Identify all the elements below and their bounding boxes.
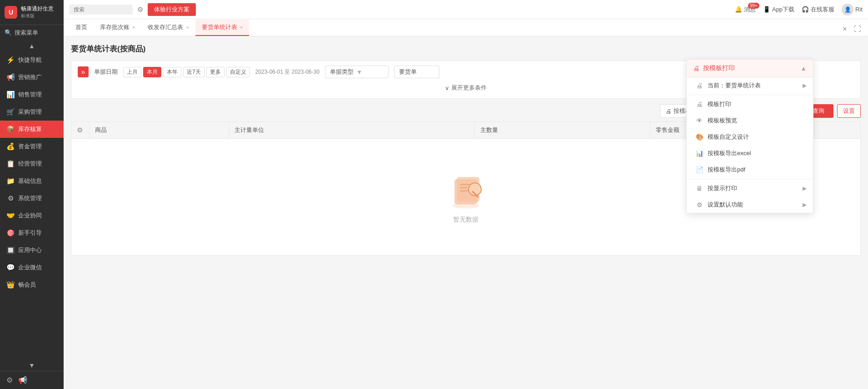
headset-icon: 🎧	[802, 6, 809, 13]
sidebar-item-sales[interactable]: 📊 销售管理	[0, 86, 64, 103]
sidebar-footer: ⚙ 📢	[0, 371, 64, 389]
date-presets: 上月 本月 本年 近7天 更多 自定义	[123, 67, 250, 77]
print-dropdown-close[interactable]: ▲	[800, 65, 807, 72]
topbar: ⚙ 体验行业方案 🔔 消息 99+ 📱 App下载 🎧 在线客服 👤 Rit	[64, 0, 868, 19]
svg-rect-6	[460, 187, 467, 188]
purchase-icon: 🛒	[6, 108, 15, 116]
settings-icon[interactable]: ⚙	[6, 376, 13, 384]
template-preview-item[interactable]: 👁 模板板预览	[687, 112, 813, 129]
tab-close-all-button[interactable]: ×	[840, 24, 850, 34]
search-icon: 🔍	[5, 29, 12, 36]
sidebar-item-purchase[interactable]: 🛒 采购管理	[0, 103, 64, 121]
template-print-item[interactable]: 🖨 模板打印	[687, 96, 813, 112]
avatar: 👤	[842, 4, 853, 15]
sidebar-item-basic[interactable]: 📁 基础信息	[0, 172, 64, 190]
page-content: 要货单统计表(按商品) » 单据日期 上月 本月 本年 近7天 更多 自定义 2…	[64, 36, 868, 389]
topbar-gear-icon[interactable]: ⚙	[137, 5, 143, 14]
date-btn-this-month[interactable]: 本月	[143, 67, 161, 77]
display-print-item[interactable]: 🖥 按显示打印 ▶	[687, 180, 813, 197]
sidebar-item-business[interactable]: 📋 经营管理	[0, 155, 64, 172]
date-btn-custom[interactable]: 自定义	[226, 67, 250, 77]
current-template-arrow: ▶	[803, 82, 807, 89]
empty-illustration	[445, 170, 486, 211]
col-product: 商品	[90, 122, 229, 139]
sidebar-item-wechat[interactable]: 💬 企业微信	[0, 259, 64, 276]
tab-home[interactable]: 首页	[69, 20, 94, 36]
sidebar-scroll-up[interactable]: ▲	[0, 40, 64, 51]
table-settings-icon[interactable]: ⚙	[77, 126, 83, 134]
member-icon: 👑	[6, 281, 15, 289]
enterprise-icon: 🤝	[6, 212, 15, 220]
page-title: 要货单统计表(按商品)	[71, 44, 861, 54]
tab-maximize-button[interactable]: ⛶	[853, 24, 863, 34]
template-export-pdf-item[interactable]: 📄 按模板导出pdf	[687, 162, 813, 178]
tabs-controls: × ⛶	[840, 24, 863, 36]
app-download-item[interactable]: 📱 App下载	[763, 5, 794, 14]
tab-collection-summary-close[interactable]: ×	[186, 25, 189, 30]
sidebar-nav: ⚡ 快捷导航 📢 营销推广 📊 销售管理 🛒 采购管理 📦 库存核算 💰 资金管…	[0, 51, 64, 360]
sidebar-item-app-center[interactable]: 🔲 应用中心	[0, 242, 64, 259]
expand-more-icon: ∨	[445, 85, 449, 91]
tab-collection-summary[interactable]: 收发存汇总表 ×	[141, 20, 195, 36]
template-export-pdf-icon: 📄	[696, 166, 703, 173]
topbar-search-input[interactable]	[69, 5, 133, 15]
quick-nav-icon: ⚡	[6, 56, 15, 64]
date-btn-more[interactable]: 更多	[206, 67, 224, 77]
type-select-arrow: ▼	[356, 69, 362, 76]
print-dropdown-title: 按模板打印	[703, 64, 735, 72]
template-preview-icon: 👁	[696, 117, 703, 124]
divider-1	[687, 95, 813, 95]
svg-rect-7	[460, 190, 469, 192]
date-label: 单据日期	[94, 68, 118, 76]
expand-more-button[interactable]: ∨ 展开更多条件	[439, 82, 492, 94]
default-func-arrow: ▶	[803, 202, 807, 208]
col-quantity: 主数量	[475, 122, 650, 139]
default-func-item[interactable]: ⚙ 设置默认功能 ▶	[687, 197, 813, 213]
finance-icon: 💰	[6, 142, 15, 151]
logo-icon: U	[5, 6, 17, 19]
system-icon: ⚙	[6, 194, 15, 202]
template-export-excel-icon: 📊	[696, 150, 703, 157]
template-design-item[interactable]: 🎨 模板自定义设计	[687, 129, 813, 145]
date-btn-last-month[interactable]: 上月	[123, 67, 141, 77]
notification-icon: 🔔	[735, 6, 742, 13]
col-unit: 主计量单位	[229, 122, 475, 139]
notification-item[interactable]: 🔔 消息 99+	[735, 5, 756, 14]
tab-inventory-batch-close[interactable]: ×	[132, 25, 135, 30]
sidebar-item-quick-nav[interactable]: ⚡ 快捷导航	[0, 51, 64, 69]
date-btn-this-year[interactable]: 本年	[163, 67, 181, 77]
print-dropdown-icon: 🖨	[693, 65, 699, 72]
sidebar-scroll-down[interactable]: ▼	[0, 360, 64, 371]
speaker-icon[interactable]: 📢	[18, 376, 27, 384]
sidebar-item-inventory[interactable]: 📦 库存核算	[0, 121, 64, 138]
user-avatar-item[interactable]: 👤 Rit	[842, 4, 863, 15]
yaohuo-filter: 要货单	[394, 66, 439, 78]
sidebar-item-system[interactable]: ⚙ 系统管理	[0, 190, 64, 207]
sidebar-item-member[interactable]: 👑 畅会员	[0, 276, 64, 293]
tab-order-stats-close[interactable]: ×	[240, 25, 243, 30]
filter-expand-button[interactable]: »	[78, 66, 89, 77]
guide-icon: 🎯	[6, 229, 15, 237]
sidebar-item-enterprise[interactable]: 🤝 企业协同	[0, 207, 64, 224]
sidebar-item-finance[interactable]: 💰 资金管理	[0, 138, 64, 155]
type-select[interactable]: 单据类型 ▼	[325, 66, 389, 78]
print-dropdown-header: 🖨 按模板打印 ▲	[687, 60, 813, 77]
sidebar-item-marketing[interactable]: 📢 营销推广	[0, 69, 64, 86]
col-settings: ⚙	[71, 122, 90, 139]
tab-order-stats[interactable]: 要货单统计表 ×	[195, 20, 249, 36]
current-template-item[interactable]: 🖨 当前：要货单统计表 ▶	[687, 77, 813, 94]
sidebar-item-guide[interactable]: 🎯 新手引导	[0, 224, 64, 242]
tab-inventory-batch[interactable]: 库存批次账 ×	[94, 20, 141, 36]
inventory-icon: 📦	[6, 125, 15, 133]
sidebar: U 畅康通好生意 标准版 🔍 搜索菜单 ▲ ⚡ 快捷导航 📢 营销推广 📊 销售…	[0, 0, 64, 389]
settings-button[interactable]: 设置	[837, 104, 861, 118]
default-func-icon: ⚙	[696, 201, 703, 208]
template-export-excel-item[interactable]: 📊 按模板导出excel	[687, 145, 813, 162]
date-btn-7days[interactable]: 近7天	[183, 67, 205, 77]
divider-2	[687, 179, 813, 179]
sidebar-search[interactable]: 🔍 搜索菜单	[0, 25, 64, 40]
online-service-item[interactable]: 🎧 在线客服	[802, 5, 834, 14]
svg-rect-5	[460, 184, 470, 185]
trial-button[interactable]: 体验行业方案	[148, 3, 196, 16]
logo-text: 畅康通好生意 标准版	[21, 5, 54, 19]
